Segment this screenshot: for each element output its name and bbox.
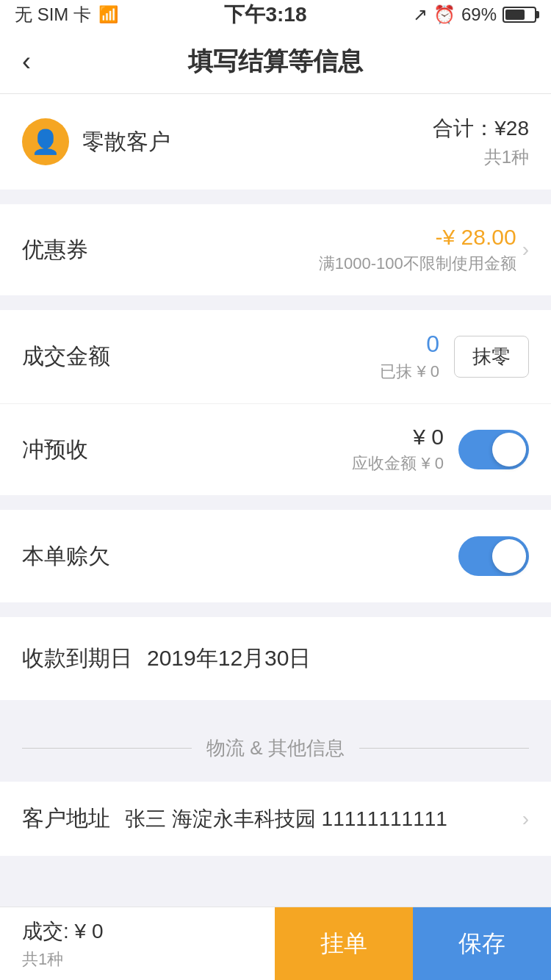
logistics-label: 物流 & 其他信息	[192, 735, 359, 761]
toggle-knob	[492, 433, 526, 466]
content-area: 👤 零散客户 合计：¥28 共1种 优惠券 -¥ 28.00 满1000-100…	[0, 94, 551, 856]
deal-value: ¥ 0	[75, 920, 104, 943]
deal-amount-sub: 已抹 ¥ 0	[380, 361, 439, 383]
logistics-line-left	[22, 748, 192, 749]
nav-bar: ‹ 填写结算等信息	[0, 29, 551, 94]
deal-prefix: 成交:	[22, 920, 69, 943]
debt-row: 本单赊欠	[0, 510, 551, 602]
deal-section: 成交金额 0 已抹 ¥ 0 抹零 冲预收 ¥ 0 应收金额 ¥ 0	[0, 310, 551, 495]
address-value: 张三 海淀永丰科技园 11111111111	[125, 805, 508, 833]
duedate-value: 2019年12月30日	[147, 644, 311, 674]
debt-label: 本单赊欠	[22, 541, 110, 572]
deal-amount-value-wrap: 0 已抹 ¥ 0	[380, 331, 439, 383]
duedate-label: 收款到期日	[22, 644, 132, 674]
deal-amount-value: 0	[380, 331, 439, 358]
logistics-header: 物流 & 其他信息	[0, 715, 551, 782]
chevron-right-icon: ›	[522, 238, 529, 262]
bottom-info: 成交: ¥ 0 共1种	[0, 918, 275, 970]
status-right: ↗ ⏰ 69%	[413, 4, 536, 25]
coupon-value: -¥ 28.00 满1000-100不限制使用金额	[319, 225, 516, 275]
customer-name: 零散客户	[82, 127, 170, 157]
coupon-label: 优惠券	[22, 235, 88, 265]
total-amount: 合计：¥28	[433, 115, 529, 143]
bottom-bar: 成交: ¥ 0 共1种 挂单 保存	[0, 907, 551, 980]
time-label: 下午3:18	[224, 1, 306, 29]
battery-percent: 69%	[461, 4, 497, 25]
deal-amount-row: 成交金额 0 已抹 ¥ 0 抹零	[0, 310, 551, 404]
address-label: 客户地址	[22, 804, 110, 834]
total-count: 共1种	[433, 145, 529, 169]
avatar: 👤	[22, 118, 69, 165]
location-icon: ↗	[413, 4, 428, 25]
prereceive-value: ¥ 0	[352, 425, 444, 450]
debt-toggle-knob	[492, 539, 526, 573]
status-left: 无 SIM 卡 📶	[15, 3, 118, 26]
customer-row: 👤 零散客户 合计：¥28 共1种	[0, 94, 551, 190]
prereceive-value-wrap: ¥ 0 应收金额 ¥ 0	[352, 425, 444, 475]
customer-total: 合计：¥28 共1种	[433, 115, 529, 169]
prereceive-label: 冲预收	[22, 435, 88, 465]
battery-icon	[503, 7, 536, 23]
prereceive-sub: 应收金额 ¥ 0	[352, 453, 444, 475]
coupon-desc: 满1000-100不限制使用金额	[319, 253, 516, 275]
back-button[interactable]: ‹	[22, 46, 31, 77]
deal-amount-label: 成交金额	[22, 342, 110, 372]
bottom-deal-label: 成交: ¥ 0	[22, 918, 253, 945]
save-button[interactable]: 保存	[413, 907, 551, 981]
duedate-row: 收款到期日 2019年12月30日	[0, 617, 551, 700]
coupon-row[interactable]: 优惠券 -¥ 28.00 满1000-100不限制使用金额 ›	[0, 204, 551, 295]
logistics-line-right	[359, 748, 529, 749]
page-title: 填写结算等信息	[188, 45, 363, 79]
customer-info: 👤 零散客户	[22, 118, 170, 165]
avatar-icon: 👤	[31, 128, 60, 156]
wifi-icon: 📶	[98, 5, 118, 24]
carrier-label: 无 SIM 卡	[15, 3, 91, 26]
pending-button[interactable]: 挂单	[275, 907, 413, 981]
coupon-discount: -¥ 28.00	[319, 225, 516, 250]
address-chevron-icon: ›	[522, 807, 529, 831]
bottom-count: 共1种	[22, 948, 253, 970]
round-zero-button[interactable]: 抹零	[454, 336, 529, 378]
deal-amount-right: 0 已抹 ¥ 0 抹零	[380, 331, 529, 383]
address-row[interactable]: 客户地址 张三 海淀永丰科技园 11111111111 ›	[0, 782, 551, 856]
coupon-right: -¥ 28.00 满1000-100不限制使用金额 ›	[319, 225, 529, 275]
battery-fill	[505, 10, 525, 20]
status-bar: 无 SIM 卡 📶 下午3:18 ↗ ⏰ 69%	[0, 0, 551, 29]
prereceive-toggle[interactable]	[458, 430, 529, 469]
alarm-icon: ⏰	[433, 4, 455, 25]
prereceive-right: ¥ 0 应收金额 ¥ 0	[352, 425, 529, 475]
debt-toggle[interactable]	[458, 536, 529, 576]
prereceive-row: 冲预收 ¥ 0 应收金额 ¥ 0	[0, 404, 551, 495]
